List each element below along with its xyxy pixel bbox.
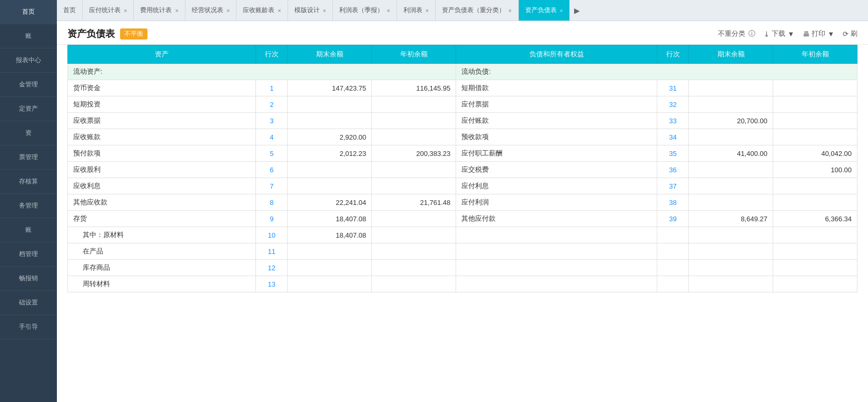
close-tab-balance-sheet[interactable]: × xyxy=(560,7,563,14)
left-year-start xyxy=(372,96,456,113)
left-row-num[interactable]: 1 xyxy=(256,80,288,96)
chevron-down-icon2: ▼ xyxy=(827,30,834,38)
refresh-icon: ⟳ xyxy=(843,30,849,38)
right-row-num[interactable]: 33 xyxy=(657,113,689,129)
sidebar-item-guide[interactable]: 手引导 xyxy=(0,315,57,339)
left-row-num[interactable]: 10 xyxy=(256,227,288,243)
tab-operation-status[interactable]: 经营状况表 × xyxy=(185,0,236,21)
close-tab-expense-stats[interactable]: × xyxy=(175,7,178,14)
right-year-start xyxy=(773,96,857,113)
right-row-num[interactable]: 32 xyxy=(657,96,689,113)
left-year-start: 116,145.95 xyxy=(372,80,456,96)
download-label: 下载 xyxy=(772,29,785,38)
left-row-num[interactable]: 6 xyxy=(256,162,288,178)
right-year-start xyxy=(773,276,857,292)
tab-receivable-aging[interactable]: 应收账龄表 × xyxy=(236,0,288,21)
tab-home[interactable]: 首页 xyxy=(57,0,83,21)
sidebar-item-investment[interactable]: 资 xyxy=(0,121,57,145)
right-item: 短期借款 xyxy=(456,80,657,96)
right-row-num[interactable]: 34 xyxy=(657,129,689,145)
left-year-start xyxy=(372,113,456,129)
left-row-num[interactable]: 4 xyxy=(256,129,288,145)
left-item: 应收股利 xyxy=(68,162,256,178)
close-tab-payable-stats[interactable]: × xyxy=(124,7,127,14)
left-year-start xyxy=(372,178,456,194)
tab-expense-stats[interactable]: 费用统计表 × xyxy=(134,0,185,21)
table-container: 资产 行次 期末余额 年初余额 负债和所有者权益 行次 期末余额 年初余额 流动… xyxy=(57,45,868,402)
close-tab-profit-quarterly[interactable]: × xyxy=(387,7,390,14)
left-row-num[interactable]: 7 xyxy=(256,178,288,194)
sidebar-item-settings[interactable]: 础设置 xyxy=(0,291,57,315)
close-tab-receivable-aging[interactable]: × xyxy=(278,7,281,14)
close-tab-balance-reclassified[interactable]: × xyxy=(508,7,511,14)
sidebar-item-fund-management[interactable]: 金管理 xyxy=(0,73,57,97)
sidebar-item-expense[interactable]: 畅报销 xyxy=(0,267,57,291)
left-year-start xyxy=(372,243,456,260)
tab-balance-sheet[interactable]: 资产负债表 × xyxy=(519,0,570,21)
left-year-start xyxy=(372,129,456,145)
refresh-label: 刷 xyxy=(851,29,857,38)
download-icon: ⤓ xyxy=(764,30,770,38)
sidebar-item-report-center[interactable]: 报表中心 xyxy=(0,48,57,73)
close-tab-profit[interactable]: × xyxy=(426,7,429,14)
right-year-start xyxy=(773,80,857,96)
left-year-start xyxy=(372,227,456,243)
unbalanced-badge: 不平衡 xyxy=(120,28,147,40)
left-row-num[interactable]: 3 xyxy=(256,113,288,129)
right-period-end xyxy=(689,129,773,145)
left-row-num[interactable]: 12 xyxy=(256,260,288,276)
th-liabilities: 负债和所有者权益 xyxy=(456,45,657,64)
page-title: 资产负债表 xyxy=(67,27,115,40)
tab-profit[interactable]: 利润表 × xyxy=(397,0,436,21)
download-action[interactable]: ⤓ 下载 ▼ xyxy=(764,29,794,38)
sidebar-item-inventory[interactable]: 存核算 xyxy=(0,170,57,194)
tab-balance-reclassified[interactable]: 资产负债表（重分类） × xyxy=(436,0,518,21)
left-row-num[interactable]: 2 xyxy=(256,96,288,113)
sidebar-item-business-management[interactable]: 务管理 xyxy=(0,194,57,218)
left-item: 应收账款 xyxy=(68,129,256,145)
help-icon: ⓘ xyxy=(748,29,755,38)
left-year-start xyxy=(372,276,456,292)
left-year-start: 21,761.48 xyxy=(372,194,456,211)
sidebar-item-archive[interactable]: 档管理 xyxy=(0,242,57,267)
left-row-num[interactable]: 11 xyxy=(256,243,288,260)
print-action[interactable]: 🖶 打印 ▼ xyxy=(803,29,834,38)
sidebar-item-ledger[interactable]: 账 xyxy=(0,218,57,242)
tab-payable-stats[interactable]: 应付统计表 × xyxy=(83,0,134,21)
left-year-start xyxy=(372,162,456,178)
tab-template-design[interactable]: 模版设计 × xyxy=(288,0,333,21)
right-item xyxy=(456,227,657,243)
sidebar-item-ticket-management[interactable]: 票管理 xyxy=(0,145,57,170)
sidebar-item-home[interactable]: 首页 xyxy=(0,0,57,24)
th-period-end2: 期末余额 xyxy=(689,45,773,64)
left-period-end: 2,012.23 xyxy=(288,145,372,162)
main-content: 首页 应付统计表 × 费用统计表 × 经营状况表 × 应收账龄表 × 模版设计 … xyxy=(57,0,868,402)
right-row-num[interactable]: 39 xyxy=(657,211,689,227)
left-row-num[interactable]: 8 xyxy=(256,194,288,211)
refresh-action[interactable]: ⟳ 刷 xyxy=(843,29,857,38)
tab-scroll-right[interactable]: ▶ xyxy=(570,0,584,21)
right-row-num[interactable]: 36 xyxy=(657,162,689,178)
tab-bar: 首页 应付统计表 × 费用统计表 × 经营状况表 × 应收账龄表 × 模版设计 … xyxy=(57,0,868,21)
left-period-end xyxy=(288,113,372,129)
right-row-num[interactable]: 35 xyxy=(657,145,689,162)
sidebar-item-account[interactable]: 账 xyxy=(0,24,57,48)
right-period-end xyxy=(689,194,773,211)
right-row-num[interactable]: 31 xyxy=(657,80,689,96)
left-year-start xyxy=(372,260,456,276)
left-row-num[interactable]: 5 xyxy=(256,145,288,162)
left-row-num[interactable]: 9 xyxy=(256,211,288,227)
tab-profit-quarterly[interactable]: 利润表（季报） × xyxy=(333,0,397,21)
left-period-end: 22,241.04 xyxy=(288,194,372,211)
right-item: 应交税费 xyxy=(456,162,657,178)
right-row-num[interactable]: 37 xyxy=(657,178,689,194)
left-year-start: 200,383.23 xyxy=(372,145,456,162)
right-row-num[interactable]: 38 xyxy=(657,194,689,211)
close-tab-operation-status[interactable]: × xyxy=(226,7,230,14)
left-year-start xyxy=(372,211,456,227)
classify-action[interactable]: 不重分类 ⓘ xyxy=(718,29,755,38)
left-row-num[interactable]: 13 xyxy=(256,276,288,292)
close-tab-template-design[interactable]: × xyxy=(323,7,326,14)
sidebar-item-fixed-assets[interactable]: 定资产 xyxy=(0,97,57,121)
right-item: 应付利润 xyxy=(456,194,657,211)
